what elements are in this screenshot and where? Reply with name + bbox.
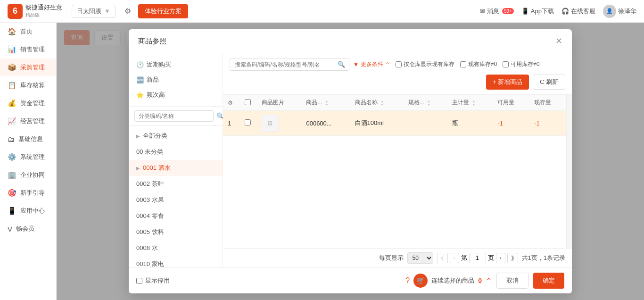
all-arrow-icon: ▶	[136, 133, 140, 139]
store-dropdown[interactable]: 日太阳膜 ▼	[72, 5, 116, 18]
spec-sort-icon: ▲▼	[427, 100, 430, 106]
th-unit[interactable]: 主计量 ▲▼	[447, 95, 493, 111]
row-unit: 瓶	[447, 111, 493, 136]
cat-tab-new[interactable]: 🆕 新品	[129, 72, 223, 87]
checkboxes: 按仓库显示现有库存 现有库存≠0 可用库存≠0	[396, 60, 540, 68]
sidebar-item-system[interactable]: ⚙️ 系统管理	[0, 148, 56, 166]
search-bar: 🔍 ▼ 更多条件 ⌃ 按仓库显示现有库存	[223, 53, 572, 95]
table-scrollbar[interactable]	[566, 95, 572, 248]
sidebar-item-operation[interactable]: 📈 经营管理	[0, 112, 56, 130]
cat-0002[interactable]: 0002 茶叶	[129, 176, 223, 192]
th-code[interactable]: 商品... ▲▼	[301, 95, 350, 111]
cat-0001[interactable]: ▶ 0001 酒水	[129, 160, 223, 176]
cancel-btn[interactable]: 取消	[496, 273, 528, 289]
main-layout: 🏠 首页 📊 销售管理 📦 采购管理 📋 库存核算 💰 资金管理 📈 经营管理 …	[0, 23, 644, 300]
online-service-btn[interactable]: 🎧 在线客服	[561, 7, 595, 16]
prev-page-btn[interactable]: ‹	[450, 253, 459, 263]
category-search-input[interactable]	[134, 110, 214, 122]
row-checkbox[interactable]	[245, 119, 251, 125]
add-product-btn[interactable]: + 新增商品	[486, 75, 529, 90]
logo-area: 6 畅捷通好生意 精品版	[8, 4, 62, 19]
show-disabled-checkbox[interactable]	[136, 278, 142, 284]
th-check	[240, 95, 257, 111]
table-row[interactable]: 1 🖼	[223, 111, 566, 136]
cat-00[interactable]: 00 未分类	[129, 144, 223, 160]
th-available: 可用量	[493, 95, 529, 111]
category-collapse-btn[interactable]: ◀	[223, 160, 223, 179]
row-stock: -1	[529, 111, 566, 136]
sidebar-item-basic[interactable]: 🗂 基础信息	[0, 130, 56, 148]
page-number-input[interactable]	[469, 253, 486, 263]
product-search-icon[interactable]: 🔍	[334, 58, 349, 70]
user-profile[interactable]: 👤 徐泽华	[603, 5, 636, 18]
cat-0005[interactable]: 0005 饮料	[129, 224, 223, 240]
row-code: 000600...	[301, 111, 350, 136]
cat-0008[interactable]: 0008 水	[129, 240, 223, 256]
app-download-btn[interactable]: 📱 App下载	[521, 7, 554, 16]
sidebar-item-finance[interactable]: 💰 资金管理	[0, 94, 56, 112]
row-spec	[404, 111, 447, 136]
footer-btns: 取消 确定	[496, 273, 564, 289]
help-icon[interactable]: ?	[405, 276, 410, 285]
sidebar-item-guide[interactable]: 🎯 新手引导	[0, 184, 56, 202]
sidebar-item-home[interactable]: 🏠 首页	[0, 23, 56, 41]
cat-0003[interactable]: 0003 水果	[129, 192, 223, 208]
cat-tab-recent[interactable]: 🕐 近期购买	[129, 57, 223, 72]
product-reference-modal: 商品参照 ✕ 🕐 近期购买 🆕	[129, 29, 572, 293]
select-all-checkbox[interactable]	[245, 99, 251, 105]
messages-btn[interactable]: ✉ 消息 99+	[480, 7, 514, 16]
cart-icon[interactable]: 🛒	[413, 274, 428, 288]
sidebar-item-apps[interactable]: 📱 应用中心	[0, 202, 56, 220]
sidebar-item-member[interactable]: V 畅会员	[0, 220, 56, 238]
modal-footer: 显示停用 ? 🛒 连续选择的商品 0 ⌃ 取消 确定	[129, 267, 572, 293]
page-size-select[interactable]: 50 100 200	[407, 252, 433, 264]
confirm-btn[interactable]: 确定	[533, 273, 564, 289]
cat-0010[interactable]: 0010 家电	[129, 256, 223, 267]
inventory-icon: 📋	[8, 81, 17, 90]
first-page-btn[interactable]: ⟪	[437, 253, 448, 263]
row-num: 1	[223, 111, 240, 136]
sidebar-item-purchase[interactable]: 📦 采购管理	[0, 58, 56, 76]
sidebar-item-sales[interactable]: 📊 销售管理	[0, 41, 56, 58]
avatar: 👤	[603, 5, 616, 18]
category-search-icon[interactable]: 🔍	[216, 112, 223, 120]
checkbox-available-nonzero[interactable]: 现有库存≠0	[460, 60, 497, 68]
next-page-btn[interactable]: ›	[496, 253, 505, 263]
modal-close-btn[interactable]: ✕	[555, 36, 562, 46]
operation-icon: 📈	[8, 117, 17, 125]
recent-icon: 🕐	[136, 61, 144, 68]
cat-0004[interactable]: 0004 零食	[129, 208, 223, 224]
th-spec[interactable]: 规格... ▲▼	[404, 95, 447, 111]
refresh-btn[interactable]: C 刷新	[533, 75, 565, 90]
cart-collapse-icon[interactable]: ⌃	[486, 276, 492, 285]
row-available: -1	[493, 111, 529, 136]
logo-icon: 6	[8, 4, 23, 19]
apps-icon: 📱	[8, 207, 17, 215]
th-settings: ⚙	[223, 95, 240, 111]
filter-icon: ▼	[353, 61, 359, 68]
logo-text: 畅捷通好生意	[25, 4, 62, 12]
logo-sub: 精品版	[25, 12, 62, 18]
modal-title: 商品参照	[138, 37, 166, 46]
table-header-row: ⚙ 商品图片	[223, 95, 566, 111]
last-page-btn[interactable]: ⟫	[507, 253, 518, 263]
product-search-wrap: 🔍	[230, 58, 349, 71]
settings-icon[interactable]: ⚙	[120, 4, 135, 19]
category-panel: 🕐 近期购买 🆕 新品 ⭐ 频次高	[129, 53, 223, 267]
checkbox-by-warehouse[interactable]: 按仓库显示现有库存	[396, 60, 454, 68]
column-settings-icon[interactable]: ⚙	[228, 100, 233, 106]
checkbox-usable-nonzero[interactable]: 可用库存≠0	[503, 60, 539, 68]
row-img: 🖼	[257, 111, 301, 136]
product-search-input[interactable]	[230, 59, 334, 70]
sidebar-item-inventory[interactable]: 📋 库存核算	[0, 76, 56, 94]
action-btns: + 新增商品 C 刷新	[486, 75, 565, 90]
show-disabled-label[interactable]: 显示停用	[136, 276, 170, 285]
filter-btn[interactable]: ▼ 更多条件 ⌃	[353, 60, 390, 68]
trial-btn[interactable]: 体验行业方案	[138, 4, 188, 18]
sidebar-item-enterprise[interactable]: 🏢 企业协同	[0, 166, 56, 184]
category-list: ▶ 全部分类 00 未分类 ▶ 0001 酒水 0002 茶	[129, 126, 223, 267]
th-name[interactable]: 商品名称 ▲▼	[350, 95, 404, 111]
member-icon: V	[8, 225, 12, 233]
cat-all[interactable]: ▶ 全部分类	[129, 128, 223, 144]
cat-tab-frequent[interactable]: ⭐ 频次高	[129, 87, 223, 102]
